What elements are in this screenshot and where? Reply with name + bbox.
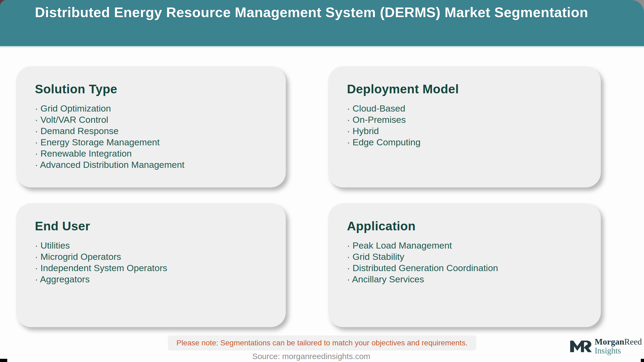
list-item: Ancillary Services	[347, 274, 582, 285]
page-title: Distributed Energy Resource Management S…	[35, 5, 612, 20]
morganreed-monogram-icon	[569, 338, 592, 355]
list-item: Advanced Distribution Management	[35, 159, 267, 170]
infographic-page: Distributed Energy Resource Management S…	[0, 0, 644, 362]
card-title-end-user: End User	[35, 219, 267, 233]
header-banner: Distributed Energy Resource Management S…	[0, 0, 644, 46]
logo-text-block: MorganReed Insights	[595, 337, 642, 355]
list-item: Renewable Integration	[35, 148, 267, 159]
list-item: Peak Load Management	[347, 240, 582, 251]
artifact-mark-bottom-left	[0, 359, 7, 362]
source-text: Source: morganreedinsights.com	[0, 352, 623, 361]
note-banner: Please note: Segmentations can be tailor…	[168, 335, 476, 350]
list-item: Independent System Operators	[35, 262, 267, 274]
card-title-solution-type: Solution Type	[35, 82, 267, 96]
list-item: Aggregators	[35, 274, 267, 285]
card-list-solution-type: Grid OptimizationVolt/VAR ControlDemand …	[35, 103, 267, 170]
list-item: Distributed Generation Coordination	[347, 262, 582, 274]
card-title-deployment-model: Deployment Model	[347, 82, 582, 96]
list-item: Grid Stability	[347, 251, 582, 262]
morganreed-logo: MorganReed Insights	[569, 337, 642, 355]
list-item: Volt/VAR Control	[35, 114, 267, 125]
segment-card-end-user: End User UtilitiesMicrogrid OperatorsInd…	[16, 203, 286, 327]
card-list-deployment-model: Cloud-BasedOn-PremisesHybridEdge Computi…	[347, 103, 582, 148]
card-list-application: Peak Load ManagementGrid StabilityDistri…	[347, 240, 582, 285]
list-item: Edge Computing	[347, 136, 582, 148]
list-item: On-Premises	[347, 114, 582, 125]
artifact-mark-bottom-right	[641, 359, 644, 362]
list-item: Demand Response	[35, 125, 267, 136]
card-list-end-user: UtilitiesMicrogrid OperatorsIndependent …	[35, 240, 267, 285]
list-item: Cloud-Based	[347, 103, 582, 114]
logo-name: MorganReed	[595, 337, 642, 346]
list-item: Utilities	[35, 240, 267, 251]
list-item: Hybrid	[347, 125, 582, 136]
card-title-application: Application	[347, 219, 582, 233]
list-item: Microgrid Operators	[35, 251, 267, 262]
list-item: Grid Optimization	[35, 103, 267, 114]
note-text: Please note: Segmentations can be tailor…	[177, 339, 468, 347]
list-item: Energy Storage Management	[35, 136, 267, 148]
logo-tagline: Insights	[595, 346, 642, 355]
segment-card-deployment-model: Deployment Model Cloud-BasedOn-PremisesH…	[328, 66, 601, 187]
segment-card-solution-type: Solution Type Grid OptimizationVolt/VAR …	[16, 66, 286, 187]
segment-card-application: Application Peak Load ManagementGrid Sta…	[328, 203, 601, 327]
